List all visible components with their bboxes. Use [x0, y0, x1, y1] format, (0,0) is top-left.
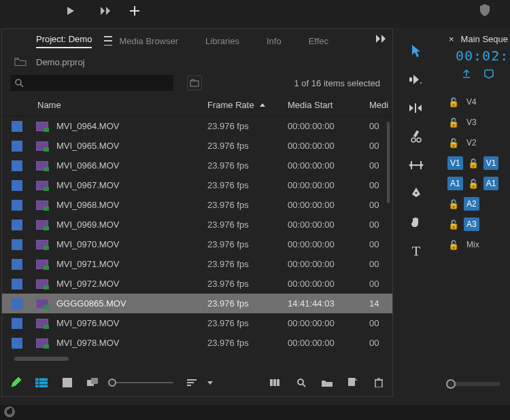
tabs-overflow-icon[interactable] [376, 35, 388, 47]
table-row[interactable]: MVI_0970.MOV23.976 fps00:00:00:0000 [2, 234, 392, 254]
clip-name[interactable]: MVI_0978.MOV [56, 338, 207, 348]
play-icon[interactable] [63, 3, 79, 19]
tab-info[interactable]: Info [267, 36, 282, 46]
track-row-v3[interactable]: 🔓V3 [442, 113, 510, 131]
label-color[interactable] [12, 279, 22, 290]
col-name[interactable]: Name [36, 100, 207, 110]
table-row[interactable]: MVI_0968.MOV23.976 fps00:00:00:0000 [2, 195, 392, 215]
clip-name[interactable]: MVI_0964.MOV [56, 121, 207, 131]
vertical-scrollbar[interactable] [386, 116, 391, 353]
type-tool-icon[interactable] [406, 241, 426, 261]
timecode[interactable]: 00:02:51: [442, 48, 510, 64]
panel-menu-icon[interactable] [104, 36, 114, 46]
lock-icon[interactable]: 🔓 [447, 96, 460, 108]
track-row-v1[interactable]: V1🔓V1 [442, 154, 510, 172]
clip-name[interactable]: MVI_0965.MOV [56, 141, 207, 151]
label-color[interactable] [12, 338, 22, 349]
new-item-icon[interactable] [346, 376, 360, 389]
track-row-mix[interactable]: 🔓Mix [442, 236, 510, 253]
source-v1[interactable]: V1 [447, 156, 463, 170]
search-field[interactable] [10, 75, 173, 91]
add-marker-icon[interactable] [126, 3, 143, 19]
new-bin-icon[interactable] [320, 376, 334, 389]
table-row[interactable]: MVI_0965.MOV23.976 fps00:00:00:0000 [2, 136, 392, 156]
pen-tool-icon[interactable] [406, 183, 426, 204]
track-row-v4[interactable]: 🔓V4 [442, 93, 510, 111]
label-color[interactable] [12, 318, 22, 329]
clip-name[interactable]: MVI_0971.MOV [56, 259, 207, 269]
sequence-tab[interactable]: Main Seque [461, 34, 508, 44]
zoom-slider[interactable] [112, 381, 173, 384]
lock-icon[interactable]: 🔓 [447, 198, 460, 210]
horizontal-scrollbar[interactable] [10, 355, 384, 362]
close-sequence-icon[interactable]: × [449, 34, 454, 44]
clip-name[interactable]: MVI_0969.MOV [56, 220, 207, 230]
table-row[interactable]: MVI_0966.MOV23.976 fps00:00:00:0000 [2, 156, 392, 175]
table-row[interactable]: MVI_0967.MOV23.976 fps00:00:00:0000 [2, 175, 392, 195]
label-color[interactable] [12, 160, 22, 171]
table-row[interactable]: MVI_0972.MOV23.976 fps00:00:00:0000 [2, 274, 392, 294]
clip-name[interactable]: MVI_0970.MOV [56, 239, 207, 249]
col-media-end[interactable]: Medi [369, 100, 392, 110]
write-pencil-icon[interactable] [9, 376, 22, 389]
table-row[interactable]: MVI_0969.MOV23.976 fps00:00:00:0000 [2, 215, 392, 234]
tab-media-browser[interactable]: Media Browser [119, 36, 178, 46]
lock-icon[interactable]: 🔓 [447, 137, 460, 149]
sort-icon[interactable] [186, 376, 199, 389]
clip-name[interactable]: MVI_0976.MOV [56, 318, 207, 328]
tab-libraries[interactable]: Libraries [205, 36, 239, 46]
tab-project[interactable]: Project: Demo [36, 34, 92, 48]
track-row-a1[interactable]: A1🔓A1 [442, 175, 510, 192]
clip-name[interactable]: MVI_0968.MOV [56, 200, 207, 210]
search-input[interactable] [28, 78, 169, 88]
new-search-bin-icon[interactable] [187, 75, 202, 90]
label-color[interactable] [12, 180, 22, 191]
ripple-tool-icon[interactable] [406, 98, 426, 118]
list-view-icon[interactable] [35, 376, 48, 389]
lock-icon[interactable]: 🔓 [447, 116, 460, 128]
lock-icon[interactable]: 🔓 [467, 157, 479, 169]
col-media-start[interactable]: Media Start [288, 100, 369, 110]
razor-tool-icon[interactable] [406, 126, 426, 147]
table-row[interactable]: MVI_0978.MOV23.976 fps00:00:00:0000 [2, 333, 392, 353]
table-row[interactable]: MVI_0971.MOV23.976 fps00:00:00:0000 [2, 254, 392, 274]
selection-tool-icon[interactable] [406, 41, 426, 61]
track-row-v2[interactable]: 🔓V2 [442, 134, 510, 152]
table-row[interactable]: MVI_0964.MOV23.976 fps00:00:00:0000 [2, 116, 392, 136]
label-color[interactable] [12, 200, 22, 211]
marker-icon[interactable] [484, 69, 494, 81]
step-forward-icon[interactable] [98, 3, 114, 19]
lock-icon[interactable]: 🔓 [467, 177, 479, 190]
clip-name[interactable]: GGGG0865.MOV [56, 298, 207, 309]
track-row-a3[interactable]: 🔓A3 [442, 215, 510, 233]
label-color[interactable] [12, 259, 22, 270]
table-row[interactable]: GGGG0865.MOV23.976 fps14:41:44:0314 [2, 294, 392, 313]
find-icon[interactable] [294, 376, 308, 389]
clip-name[interactable]: MVI_0966.MOV [56, 160, 207, 171]
cc-logo-icon[interactable] [4, 406, 15, 419]
hand-tool-icon[interactable] [406, 212, 426, 232]
label-color[interactable] [12, 121, 22, 132]
clip-name[interactable]: MVI_0967.MOV [56, 180, 207, 190]
clip-name[interactable]: MVI_0972.MOV [56, 279, 207, 289]
label-color[interactable] [12, 298, 22, 309]
freeform-view-icon[interactable] [86, 376, 100, 389]
tab-effects[interactable]: Effec [309, 36, 328, 46]
snap-icon[interactable] [461, 69, 472, 81]
col-frame-rate[interactable]: Frame Rate [207, 100, 288, 110]
automate-sequence-icon[interactable] [269, 376, 282, 389]
track-select-tool-icon[interactable] [406, 69, 426, 90]
track-row-a2[interactable]: 🔓A2 [442, 195, 510, 213]
lock-icon[interactable]: 🔓 [447, 218, 460, 230]
source-a1[interactable]: A1 [447, 177, 463, 190]
table-row[interactable]: MVI_0976.MOV23.976 fps00:00:00:0000 [2, 313, 392, 333]
sort-dropdown-icon[interactable] [203, 376, 217, 389]
lock-icon[interactable]: 🔓 [447, 239, 460, 251]
timeline-scrollbar[interactable] [442, 381, 510, 389]
slip-tool-icon[interactable] [406, 155, 426, 175]
trash-icon[interactable] [372, 376, 386, 389]
icon-view-icon[interactable] [61, 376, 74, 389]
label-color[interactable] [12, 141, 22, 152]
label-color[interactable] [12, 239, 22, 250]
label-color[interactable] [12, 220, 22, 230]
